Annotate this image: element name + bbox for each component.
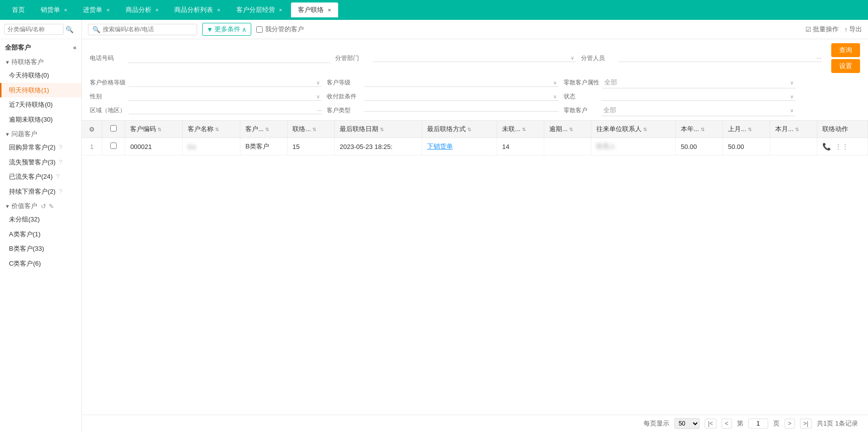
nav-close-1[interactable]: × (106, 7, 109, 13)
sidebar-all-customers[interactable]: 全部客户 « (0, 39, 81, 55)
help-icon-0[interactable]: ? (59, 144, 62, 151)
col-sort-icon-overdue[interactable]: ⇅ (569, 127, 573, 132)
nav-tab-0[interactable]: 销货单 × (34, 2, 74, 17)
edit-icon[interactable]: ✎ (49, 203, 54, 210)
nav-home[interactable]: 首页 (5, 2, 32, 17)
col-sort-icon-thismonth[interactable]: ⇅ (795, 127, 799, 132)
td-last-date: 2023-05-23 18:25: (335, 138, 422, 155)
filter-price-level: 客户价格等级 ∨ (90, 78, 322, 87)
settings-button[interactable]: 设置 (831, 59, 860, 73)
col-sort-icon-ctype[interactable]: ⇅ (265, 127, 269, 132)
phone-input[interactable] (128, 54, 330, 63)
col-sort-icon-lastmethod[interactable]: ⇅ (467, 127, 471, 132)
sidebar-search-icon[interactable]: 🔍 (66, 26, 73, 33)
gender-select[interactable]: ∨ (128, 93, 322, 101)
page-size-select[interactable]: 50 100 (674, 418, 700, 429)
retail-attr-select[interactable]: 全部 ∨ (602, 77, 796, 88)
td-unlink: 14 (497, 138, 544, 155)
export-btn[interactable]: ↑ 导出 (845, 25, 863, 34)
status-select[interactable]: ∨ (601, 93, 796, 101)
nav-close-2[interactable]: × (155, 7, 158, 13)
col-sort-icon-name[interactable]: ⇅ (215, 127, 219, 132)
sidebar-item-repurchase-abnormal[interactable]: 回购异常客户(2) ? (0, 140, 81, 155)
nav-tab-1[interactable]: 进货单 × (76, 2, 116, 17)
top-nav: 首页 销货单 × 进货单 × 商品分析 × 商品分析列表 × 客户分层经营 × … (0, 0, 868, 20)
payment-select[interactable]: ∨ (364, 93, 559, 101)
nav-close-5[interactable]: × (328, 7, 331, 13)
col-sort-icon-lastdate[interactable]: ⇅ (380, 127, 384, 132)
sidebar-item-c-class[interactable]: C类客户(6) (0, 256, 81, 271)
toolbar: 🔍 ▼ 更多条件 ∧ 我分管的客户 ☑ 批量操作 ↑ 导出 (82, 20, 868, 39)
sidebar-item-b-class[interactable]: B类客户(33) (0, 241, 81, 256)
my-customers-checkbox-area[interactable]: 我分管的客户 (256, 25, 304, 34)
customer-level-label: 客户等级 (327, 78, 362, 87)
pending-arrow-icon: ▼ (5, 60, 10, 65)
last-page-btn[interactable]: >| (800, 419, 812, 429)
page-end-label: 页 (773, 419, 780, 428)
sidebar-collapse-icon[interactable]: « (73, 44, 76, 51)
select-all-checkbox[interactable] (110, 125, 117, 132)
region-more-icon[interactable]: ··· (317, 107, 322, 114)
next-page-btn[interactable]: > (785, 419, 795, 429)
help-icon-3[interactable]: ? (59, 188, 62, 195)
filter-row-2: 客户价格等级 ∨ 客户等级 ∨ 零散客户属性 全部 (90, 77, 860, 88)
my-customers-checkbox[interactable] (256, 26, 263, 33)
price-level-select[interactable]: ∨ (129, 79, 322, 87)
payment-chevron-icon: ∨ (553, 94, 557, 99)
batch-op-btn[interactable]: ☑ 批量操作 (805, 25, 839, 34)
sidebar-item-a-class[interactable]: A类客户(1) (0, 227, 81, 242)
nav-close-4[interactable]: × (279, 7, 282, 13)
sidebar-item-overdue[interactable]: 逾期未联络(30) (0, 112, 81, 127)
customer-type-select[interactable] (364, 109, 559, 112)
export-label: 导出 (849, 25, 862, 34)
query-button[interactable]: 查询 (831, 43, 860, 57)
col-sort-icon-lastmonth[interactable]: ⇅ (748, 127, 752, 132)
nav-tab-4[interactable]: 客户分层经营 × (229, 2, 289, 17)
prev-page-btn[interactable]: < (722, 419, 732, 429)
nav-tab-2[interactable]: 商品分析 × (119, 2, 165, 17)
page-input[interactable] (748, 419, 768, 429)
person-more-icon[interactable]: ··· (816, 55, 821, 62)
col-sort-icon-person[interactable]: ⇅ (643, 127, 647, 132)
customer-level-select[interactable]: ∨ (364, 79, 559, 87)
first-page-btn[interactable]: |< (705, 419, 717, 429)
sidebar-item-ungrouped[interactable]: 未分组(32) (0, 212, 81, 227)
filter-region: 区域（地区） ··· (90, 106, 322, 115)
nav-tab-5[interactable]: 客户联络 × (291, 2, 338, 17)
filter-gender: 性别 ∨ (90, 92, 322, 101)
action-grid-icon[interactable]: ⋮⋮ (835, 143, 849, 150)
col-sort-icon-contact[interactable]: ⇅ (312, 127, 316, 132)
action-phone-icon[interactable]: 📞 (822, 143, 831, 150)
td-contact-count: 15 (288, 138, 335, 155)
nav-close-3[interactable]: × (217, 7, 220, 13)
settings-gear-icon[interactable]: ⚙ (89, 126, 95, 133)
retail-customer-select[interactable]: 全部 ∨ (601, 105, 796, 116)
last-method-link[interactable]: 下销货单 (427, 143, 453, 150)
search-input[interactable] (103, 26, 182, 33)
sidebar-item-today[interactable]: 今天待联络(0) (0, 68, 81, 83)
help-icon-1[interactable]: ? (59, 158, 62, 166)
nav-tab-3[interactable]: 商品分析列表 × (167, 2, 227, 17)
more-filters-btn[interactable]: ▼ 更多条件 ∧ (202, 23, 251, 36)
total-label: 共1页 1条记录 (817, 419, 858, 428)
nav-close-0[interactable]: × (64, 7, 67, 13)
sidebar-search-area: 🔍 (0, 20, 81, 39)
col-sort-icon-thisyear[interactable]: ⇅ (701, 127, 705, 132)
sidebar-item-tomorrow[interactable]: 明天待联络(1) (0, 83, 81, 98)
all-customers-label: 全部客户 (5, 43, 31, 52)
sidebar-item-declining[interactable]: 持续下滑客户(2) ? (0, 184, 81, 199)
dept-select[interactable]: ∨ (373, 54, 576, 62)
sidebar-item-7days[interactable]: 近7天待联络(0) (0, 97, 81, 112)
sidebar-item-churned[interactable]: 已流失客户(24) ? (0, 169, 81, 184)
col-sort-icon-code[interactable]: ⇅ (157, 127, 161, 132)
sidebar-pending-section: ▼ 待联络客户 (0, 55, 81, 68)
filter-actions: 查询 设置 (831, 43, 860, 73)
col-sort-icon-unlink[interactable]: ⇅ (522, 127, 526, 132)
nav-tab-label-4: 客户分层经营 (236, 5, 275, 14)
refresh-icon[interactable]: ↺ (41, 203, 46, 210)
problem-section-label: 问题客户 (11, 130, 37, 139)
row-checkbox-0[interactable] (110, 143, 117, 149)
help-icon-2[interactable]: ? (56, 173, 59, 180)
sidebar-search-input[interactable] (4, 24, 64, 35)
sidebar-item-churn-warning[interactable]: 流失预警客户(3) ? (0, 155, 81, 170)
